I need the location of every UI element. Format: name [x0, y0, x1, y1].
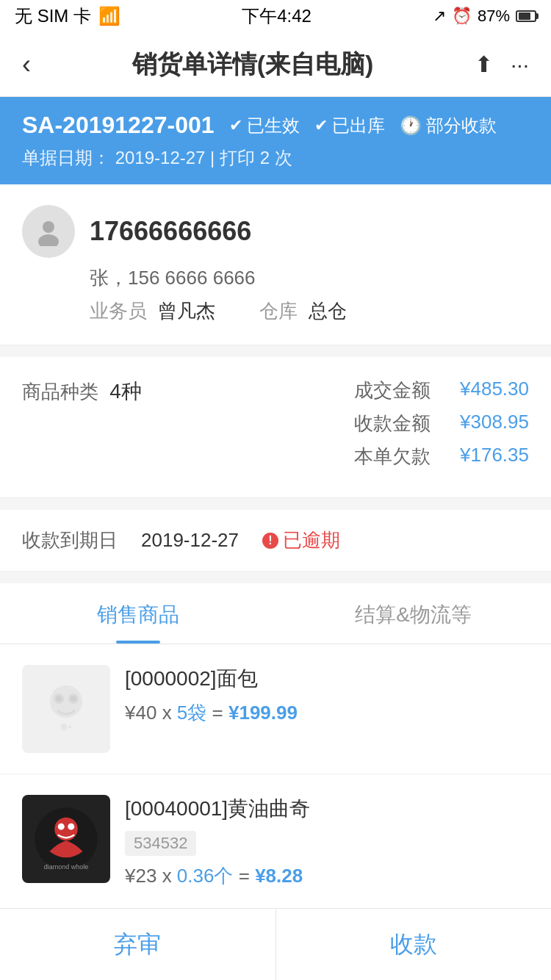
salesperson-label: 业务员 [90, 300, 147, 322]
list-item: diamond whole [00040001]黄油曲奇 534532 ¥23 … [0, 774, 551, 910]
svg-point-0 [43, 221, 54, 233]
customer-avatar [22, 205, 75, 258]
alarm-icon: ⏰ [452, 7, 472, 26]
status-left: 无 SIM 卡 📶 [15, 4, 120, 28]
product-price-2: ¥23 x 0.36个 = ¥8.28 [125, 863, 529, 889]
due-date-value: 2019-12-27 [141, 529, 239, 552]
product-name-1: [0000002]面包 [125, 665, 529, 693]
product-unit-price-2: ¥23 [125, 865, 156, 887]
svg-point-6 [71, 696, 76, 702]
product-total-1: ¥199.99 [228, 702, 298, 724]
owed-row: 本单欠款 ¥176.35 [354, 444, 529, 469]
clock-icon: 🕐 [400, 115, 422, 136]
list-item: 善+ [0000002]面包 ¥40 x 5袋 = ¥199.99 [0, 644, 551, 774]
product-qty-2: 0.36个 [177, 865, 234, 887]
status-partial: 🕐 部分收款 [400, 114, 497, 137]
overdue-dot-icon: ! [262, 533, 278, 549]
svg-text:善+: 善+ [60, 723, 72, 731]
tab-settlement[interactable]: 结算&物流等 [276, 583, 551, 644]
salesperson-info: 业务员 曾凡杰 [90, 298, 215, 324]
battery-icon [516, 10, 536, 22]
product-unit-price-1: ¥40 [125, 702, 156, 724]
svg-text:diamond whole: diamond whole [44, 863, 89, 871]
print-info: | 打印 2 次 [210, 148, 292, 167]
bottom-bar: 弃审 收款 [0, 908, 551, 980]
cancel-button[interactable]: 弃审 [0, 909, 276, 980]
wifi-icon: 📶 [98, 6, 120, 26]
header-row2: 单据日期： 2019-12-27 | 打印 2 次 [22, 146, 529, 170]
product-qty-1: 5袋 [177, 702, 206, 724]
product-tag-2: 534532 [125, 831, 196, 856]
product-types: 商品种类 4种 [22, 378, 142, 406]
status-shipped: ✔ 已出库 [314, 114, 385, 137]
overdue-text: 已逾期 [283, 527, 340, 553]
nav-bar: ‹ 销货单详情(来自电脑) ⬆ ··· [0, 32, 551, 97]
due-section: 收款到期日 2019-12-27 ! 已逾期 [0, 510, 551, 572]
status-bar: 无 SIM 卡 📶 下午4:42 ↗ ⏰ 87% [0, 0, 551, 32]
product-name-2: [00040001]黄油曲奇 [125, 795, 529, 823]
tab-sales-products[interactable]: 销售商品 [0, 583, 276, 644]
stats-right: 成交金额 ¥485.30 收款金额 ¥308.95 本单欠款 ¥176.35 [354, 378, 529, 477]
status-right: ↗ ⏰ 87% [433, 7, 536, 26]
order-id: SA-20191227-001 [22, 112, 215, 139]
product-image-1: 善+ [22, 665, 110, 753]
header-band: SA-20191227-001 ✔ 已生效 ✔ 已出库 🕐 部分收款 单据日期：… [0, 97, 551, 184]
date-label: 单据日期： [22, 148, 110, 167]
header-row1: SA-20191227-001 ✔ 已生效 ✔ 已出库 🕐 部分收款 [22, 112, 529, 139]
svg-point-10 [58, 824, 65, 830]
svg-point-1 [38, 234, 59, 246]
warehouse-label: 仓库 [259, 300, 298, 322]
check-icon-2: ✔ [314, 116, 328, 135]
more-icon[interactable]: ··· [511, 52, 529, 77]
product-info-1: [0000002]面包 ¥40 x 5袋 = ¥199.99 [125, 665, 529, 726]
product-image-2: diamond whole [22, 795, 110, 883]
customer-row: 17666666666 [22, 205, 529, 258]
share-icon[interactable]: ⬆ [475, 51, 493, 77]
customer-name-phone: 张，156 6666 6666 [90, 265, 529, 291]
status-effective: ✔ 已生效 [229, 114, 300, 137]
customer-info-row: 业务员 曾凡杰 仓库 总仓 [90, 298, 529, 324]
product-info-2: [00040001]黄油曲奇 534532 ¥23 x 0.36个 = ¥8.2… [125, 795, 529, 889]
nav-actions: ⬆ ··· [475, 51, 529, 77]
time-label: 下午4:42 [242, 4, 311, 28]
product-total-2: ¥8.28 [255, 865, 303, 887]
amount-value: ¥485.30 [460, 378, 529, 403]
location-icon: ↗ [433, 7, 446, 26]
received-value: ¥308.95 [460, 411, 529, 436]
stats-section: 商品种类 4种 成交金额 ¥485.30 收款金额 ¥308.95 本单欠款 ¥… [0, 357, 551, 498]
overdue-badge: ! 已逾期 [262, 527, 340, 553]
product-types-label: 商品种类 [22, 381, 98, 403]
svg-point-5 [56, 696, 62, 702]
warehouse-value: 总仓 [309, 300, 347, 322]
product-types-value: 4种 [109, 380, 142, 403]
due-label: 收款到期日 [22, 527, 118, 553]
received-row: 收款金额 ¥308.95 [354, 411, 529, 436]
owed-value: ¥176.35 [460, 444, 529, 469]
confirm-button[interactable]: 收款 [276, 909, 552, 980]
product-list: 善+ [0000002]面包 ¥40 x 5袋 = ¥199.99 [0, 644, 551, 910]
back-button[interactable]: ‹ [22, 49, 31, 80]
warehouse-info: 仓库 总仓 [259, 298, 347, 324]
check-icon-1: ✔ [229, 116, 242, 135]
amount-row: 成交金额 ¥485.30 [354, 378, 529, 403]
tabs-bar: 销售商品 结算&物流等 [0, 583, 551, 644]
svg-point-11 [68, 824, 74, 830]
customer-section: 17666666666 张，156 6666 6666 业务员 曾凡杰 仓库 总… [0, 184, 551, 345]
page-title: 销货单详情(来自电脑) [132, 48, 374, 82]
carrier-label: 无 SIM 卡 [15, 4, 91, 28]
owed-label: 本单欠款 [354, 444, 431, 469]
order-date: 2019-12-27 [115, 148, 206, 167]
customer-phone: 17666666666 [90, 216, 251, 247]
received-label: 收款金额 [354, 411, 431, 436]
product-price-1: ¥40 x 5袋 = ¥199.99 [125, 700, 529, 726]
salesperson-value: 曾凡杰 [158, 300, 215, 322]
amount-label: 成交金额 [354, 378, 431, 403]
battery-label: 87% [478, 7, 510, 26]
